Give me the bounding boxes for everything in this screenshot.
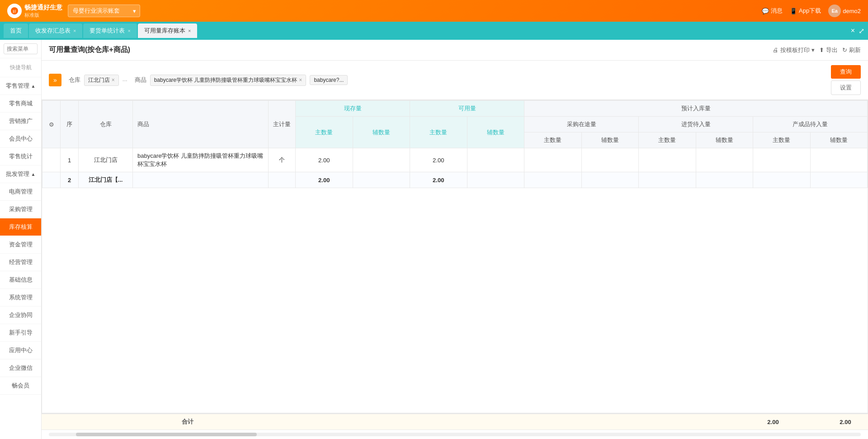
chevron-icon-2: ▲ <box>31 172 36 177</box>
user-menu[interactable]: Ea demo2 <box>828 5 861 17</box>
sidebar-item-operations[interactable]: 经营管理 <box>0 254 41 271</box>
subtotal-purchase-main <box>524 172 582 188</box>
subtotal-finished-aux <box>810 172 868 188</box>
industry-selector[interactable]: 母婴行业演示账套 ▾ <box>68 5 140 17</box>
footer-label: 合计 <box>177 418 198 426</box>
sidebar-item-system[interactable]: 系统管理 <box>0 289 41 307</box>
tab-order-stats[interactable]: 要货单统计表 × <box>83 24 137 38</box>
product-tag-2[interactable]: babycare?... <box>310 75 348 85</box>
subtotal-product <box>133 172 269 188</box>
page-title: 可用量查询(按仓库+商品) <box>49 45 130 55</box>
subtotal-settings <box>42 172 61 188</box>
sidebar-item-retail-mgmt[interactable]: 零售管理 ▲ <box>0 77 41 95</box>
product-tag1-close[interactable]: × <box>299 77 302 83</box>
col-finished-main: 主数量 <box>753 132 811 148</box>
subtotal-unit <box>269 172 296 188</box>
scrollbar-track <box>49 433 861 436</box>
app-download-button[interactable]: 📱 App下载 <box>790 7 821 15</box>
col-warehouse-header: 仓库 <box>79 101 133 148</box>
product-tag-1[interactable]: babycare学饮杯 儿童防摔防撞吸管杯重力球吸嘴杯宝宝水杯 × <box>150 75 307 86</box>
page-header-actions: 🖨 按模板打印 ▾ ⬆ 导出 ↻ 刷新 <box>773 46 861 54</box>
sidebar-search-area <box>0 40 41 58</box>
header-right: 💬 消息 📱 App下载 Ea demo2 <box>762 5 861 17</box>
logo-icon: 好 <box>7 4 22 18</box>
col-product-header: 商品 <box>133 101 269 148</box>
cell-purchase-main <box>524 148 582 172</box>
settings-button[interactable]: 设置 <box>831 80 861 95</box>
logo-area: 好 畅捷通好生意 标准版 <box>7 4 62 19</box>
cell-available-aux <box>467 148 524 172</box>
close-all-tabs[interactable]: × <box>851 27 855 35</box>
sidebar-item-wechat[interactable]: 企业微信 <box>0 359 41 377</box>
sidebar-item-retail-mall[interactable]: 零售商城 <box>0 95 41 113</box>
sidebar-item-newcomer[interactable]: 新手引导 <box>0 324 41 342</box>
sidebar-nav-label: 快捷导航 <box>0 58 41 77</box>
col-stock-main-header: 主数量 <box>296 117 353 148</box>
sidebar-item-basic-info[interactable]: 基础信息 <box>0 271 41 289</box>
sidebar-item-wholesale-mgmt[interactable]: 批发管理 ▲ <box>0 165 41 183</box>
col-current-stock-header: 现存量 <box>296 101 410 117</box>
scrollbar-area <box>42 430 868 439</box>
export-icon: ⬆ <box>819 47 824 53</box>
cell-unit: 个 <box>269 148 296 172</box>
filter-action-group: 查询 设置 <box>831 65 861 95</box>
chevron-icon: ▲ <box>31 84 36 89</box>
col-finished-pending-header: 产成品待入量 <box>753 117 868 132</box>
col-available-main-header: 主数量 <box>410 117 467 148</box>
header-left: 好 畅捷通好生意 标准版 母婴行业演示账套 ▾ <box>7 4 140 19</box>
col-purchase-transit-header: 采购在途量 <box>524 117 639 132</box>
cell-stock-main: 2.00 <box>296 148 353 172</box>
warehouse-more[interactable]: ··· <box>123 77 127 84</box>
column-settings-icon[interactable]: ⚙ <box>49 121 54 128</box>
query-button[interactable]: 查询 <box>831 65 861 79</box>
sidebar-item-finance[interactable]: 资金管理 <box>0 236 41 254</box>
close-tab-order-stats[interactable]: × <box>127 28 130 33</box>
sidebar-item-inventory[interactable]: 库存核算 <box>0 218 41 236</box>
tab-available-stock[interactable]: 可用量库存账本 × <box>138 24 197 38</box>
tab-stock-summary[interactable]: 收发存汇总表 × <box>29 24 82 38</box>
sidebar-item-purchase-mgmt[interactable]: 采购管理 <box>0 201 41 218</box>
tab-bar: 首页 收发存汇总表 × 要货单统计表 × 可用量库存账本 × × ⤢ <box>0 22 868 40</box>
chevron-down-icon: ▾ <box>811 47 815 53</box>
inventory-table: ⚙ 序 仓库 商品 主计量 现存量 可用量 预计入库量 主数量 辅数量 主数量 <box>42 100 868 188</box>
page-header: 可用量查询(按仓库+商品) 🖨 按模板打印 ▾ ⬆ 导出 ↻ 刷新 <box>42 40 868 61</box>
tab-home[interactable]: 首页 <box>4 24 28 38</box>
sidebar-item-enterprise[interactable]: 企业协同 <box>0 307 41 324</box>
close-tab-available-stock[interactable]: × <box>188 28 191 33</box>
filter-area: » 仓库 江北门店 × ··· 商品 babycare学饮杯 儿童防摔防撞吸管杯… <box>42 61 868 100</box>
warehouse-tag[interactable]: 江北门店 × <box>84 75 119 86</box>
warehouse-tag-close[interactable]: × <box>112 77 115 83</box>
filter-toggle-button[interactable]: » <box>49 74 61 86</box>
svg-text:好: 好 <box>13 9 16 14</box>
subtotal-available-main: 2.00 <box>410 172 467 188</box>
subtotal-stock-main: 2.00 <box>296 172 353 188</box>
subtotal-row: 2 江北门店【... 2.00 2.00 <box>42 172 868 188</box>
scrollbar-thumb[interactable] <box>76 433 257 436</box>
sidebar-item-retail-stats[interactable]: 零售统计 <box>0 148 41 165</box>
export-button[interactable]: ⬆ 导出 <box>819 46 838 54</box>
sidebar-item-app-center[interactable]: 应用中心 <box>0 342 41 359</box>
sidebar-item-member[interactable]: 畅会员 <box>0 377 41 395</box>
warehouse-filter-group: 仓库 江北门店 × ··· <box>69 75 127 86</box>
col-settings-header: ⚙ <box>42 101 61 148</box>
product-filter-group: 商品 babycare学饮杯 儿童防摔防撞吸管杯重力球吸嘴杯宝宝水杯 × bab… <box>135 75 348 86</box>
sidebar-item-member-center[interactable]: 会员中心 <box>0 130 41 148</box>
content-area: 可用量查询(按仓库+商品) 🖨 按模板打印 ▾ ⬆ 导出 ↻ 刷新 » <box>42 40 868 439</box>
message-button[interactable]: 💬 消息 <box>762 7 783 15</box>
cell-finished-main <box>753 148 811 172</box>
subtotal-num: 2 <box>61 172 79 188</box>
col-available-aux-header: 辅数量 <box>467 117 524 148</box>
table-footer: 合计 2.00 2.00 <box>42 413 868 430</box>
template-print-button[interactable]: 🖨 按模板打印 ▾ <box>773 46 815 54</box>
sidebar-item-marketing[interactable]: 营销推广 <box>0 113 41 130</box>
refresh-button[interactable]: ↻ 刷新 <box>842 46 861 54</box>
sidebar-item-ecommerce[interactable]: 电商管理 <box>0 183 41 201</box>
cell-finished-aux <box>810 148 868 172</box>
cell-num: 1 <box>61 148 79 172</box>
close-tab-stock-summary[interactable]: × <box>73 28 76 33</box>
col-main-unit-header: 主计量 <box>269 101 296 148</box>
cell-inbound-aux <box>696 148 753 172</box>
search-input[interactable] <box>4 43 38 54</box>
fullscreen-button[interactable]: ⤢ <box>859 27 864 35</box>
footer-stock-main: 2.00 <box>755 419 791 425</box>
